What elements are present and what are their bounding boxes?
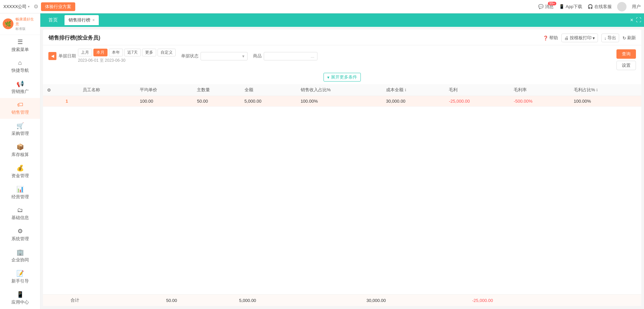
online-service-item[interactable]: 🎧 在线客服 (588, 4, 612, 10)
date-range-text: 2023-06-01 至 2023-06-30 (78, 58, 176, 63)
tab-sales-ranking[interactable]: 销售排行榜 × (65, 15, 99, 25)
table-footer: 合计 50.00 5,000.00 30,000.00 -25,000.00 (43, 294, 641, 306)
col-gross-pct: 毛利占比% ℹ (570, 84, 641, 96)
message-item[interactable]: 💬 消息 99+ (538, 4, 554, 10)
sidebar-item-basic-info[interactable]: 🗂 基础信息 (0, 203, 40, 224)
settings-button[interactable]: 设置 (616, 61, 636, 70)
sidebar-label-finance: 资金管理 (11, 173, 29, 179)
maximize-icon[interactable]: ⛶ (636, 17, 641, 23)
sidebar-label-operations: 经营管理 (11, 194, 29, 200)
sidebar-item-inventory[interactable]: 📦 库存核算 (0, 140, 40, 161)
operations-icon: 📊 (16, 186, 24, 193)
page-title: 销售排行榜(按业务员) (48, 35, 100, 42)
table-row: 1 100.00 50.00 5,000.00 100.00% 30,000.0… (43, 96, 641, 107)
tab-home[interactable]: 首页 (43, 15, 63, 25)
status-filter-label: 单据状态 (181, 53, 199, 59)
sidebar-label-app-center: 应用中心 (11, 299, 29, 305)
date-btn-custom[interactable]: 自定义 (158, 49, 176, 56)
page-header: 销售排行榜(按业务员) ❓ 帮助 🖨 按模板打印 ▾ ↓ 导出 (43, 30, 641, 45)
col-settings: ⚙ (43, 84, 55, 96)
cell-cost: 30,000.00 (382, 96, 445, 107)
sidebar-item-search-order[interactable]: ☰ 搜索菜单 (0, 35, 40, 56)
col-avg-price: 平均单价 (136, 84, 193, 96)
sidebar-item-operations[interactable]: 📊 经营管理 (0, 182, 40, 203)
app-download-label: App下载 (566, 4, 582, 10)
sidebar-item-app-center[interactable]: 📱 应用中心 (0, 288, 40, 309)
sales-mgmt-icon: 🏷 (17, 101, 23, 108)
expand-button[interactable]: ▾ 展开更多条件 (324, 73, 361, 82)
col-quantity: 主数量 (193, 84, 240, 96)
sidebar-item-purchase-mgmt[interactable]: 🛒 采购管理 (0, 119, 40, 140)
query-button[interactable]: 查询 (616, 49, 636, 59)
help-button[interactable]: ❓ 帮助 (543, 35, 558, 41)
print-button[interactable]: 🖨 按模板打印 ▾ (561, 34, 598, 42)
sidebar-logo: 🌿 畅康通好生意 标准版 (0, 13, 40, 35)
tab-close-icon[interactable]: × (92, 18, 95, 22)
tab-bar: 首页 销售排行榜 × × ⛶ (40, 13, 644, 27)
col-rank (55, 84, 79, 96)
minimize-icon[interactable]: × (630, 17, 633, 23)
column-settings-icon[interactable]: ⚙ (47, 88, 51, 93)
app-download-icon: 📱 (559, 4, 564, 9)
expand-label: 展开更多条件 (331, 74, 357, 80)
col-gross-rate: 毛利率 (510, 84, 569, 96)
date-btn-this-year[interactable]: 本年 (109, 49, 123, 56)
table-header-row: ⚙ 员工名称 平均单价 主数量 全额 销售收入占比% 成本全额 ℹ 毛利 (43, 84, 641, 96)
footer-label: 合计 (67, 295, 131, 306)
sidebar-label-system-mgmt: 系统管理 (11, 236, 29, 242)
collapse-icon: ◀ (51, 54, 54, 58)
sidebar-label-quick-nav: 快捷导航 (11, 67, 29, 73)
sidebar-item-finance[interactable]: 💰 资金管理 (0, 161, 40, 182)
sidebar-item-marketing[interactable]: 📢 营销推广 (0, 77, 40, 98)
sidebar-item-sales-mgmt[interactable]: 🏷 销售管理 (0, 98, 40, 119)
col-name: 员工名称 (79, 84, 136, 96)
cost-info-icon: ℹ (405, 88, 406, 92)
date-btn-7days[interactable]: 近7天 (124, 49, 141, 56)
app-download-item[interactable]: 📱 App下载 (559, 4, 582, 10)
footer-gross: -25,000.00 (468, 295, 579, 306)
logo-icon: 🌿 (3, 18, 13, 29)
status-filter-group: 单据状态 ▾ (181, 52, 248, 60)
refresh-button[interactable]: ↻ 刷新 (622, 35, 636, 41)
footer-sales-pct (331, 295, 362, 306)
sidebar-item-enterprise[interactable]: 🏢 企业协同 (0, 245, 40, 266)
gross-pct-info-icon: ℹ (596, 88, 598, 92)
goods-ellipsis-icon[interactable]: ... (311, 54, 314, 59)
status-chevron-icon: ▾ (242, 54, 245, 59)
filter-main-row: ◀ 单据日期 上月 本月 本年 近7天 更多 自定义 (43, 45, 641, 71)
app-center-icon: 📱 (16, 291, 24, 298)
cell-gross-rate: -500.00% (510, 96, 569, 107)
collapse-filter-btn[interactable]: ◀ (48, 52, 56, 60)
enterprise-icon: 🏢 (16, 249, 24, 256)
trial-button[interactable]: 体验行业方案 (41, 2, 75, 11)
status-select[interactable]: ▾ (201, 52, 248, 60)
date-btn-last-month[interactable]: 上月 (78, 49, 92, 56)
sidebar-label-enterprise: 企业协同 (11, 257, 29, 263)
data-table: ⚙ 员工名称 平均单价 主数量 全额 销售收入占比% 成本全额 ℹ 毛利 (43, 84, 641, 107)
username: 用户 (632, 4, 641, 10)
export-button[interactable]: ↓ 导出 (601, 34, 619, 42)
cell-rank: 1 (55, 96, 79, 107)
goods-filter-group: 商品 ... (253, 52, 317, 60)
sidebar-item-system-mgmt[interactable]: ⚙ 系统管理 (0, 224, 40, 245)
cell-avg-price: 100.00 (136, 96, 193, 107)
chevron-down-expand-icon: ▾ (327, 75, 330, 80)
company-selector[interactable]: XXXXX公司 ▾ (3, 4, 30, 10)
goods-input[interactable]: ... (264, 52, 317, 60)
sidebar-item-quick-nav[interactable]: ⌂ 快捷导航 (0, 56, 40, 77)
system-mgmt-icon: ⚙ (17, 227, 23, 235)
settings-icon[interactable]: ⚙ (34, 3, 38, 10)
footer-gross-rate (579, 295, 610, 306)
footer-quantity: 50.00 (162, 295, 235, 306)
message-icon: 💬 (538, 4, 544, 9)
avatar[interactable] (617, 2, 627, 11)
quick-nav-icon: ⌂ (18, 59, 22, 66)
date-btn-this-month[interactable]: 本月 (93, 49, 108, 56)
basic-info-icon: 🗂 (17, 207, 23, 214)
footer-table: 合计 50.00 5,000.00 30,000.00 -25,000.00 (43, 295, 641, 306)
search-order-icon: ☰ (17, 38, 23, 46)
refresh-icon: ↻ (622, 36, 626, 41)
sidebar-item-guide[interactable]: 📝 新手引导 (0, 266, 40, 288)
top-bar: XXXXX公司 ▾ ⚙ 体验行业方案 💬 消息 99+ 📱 App下载 🎧 在线… (0, 0, 644, 13)
date-btn-more[interactable]: 更多 (142, 49, 156, 56)
